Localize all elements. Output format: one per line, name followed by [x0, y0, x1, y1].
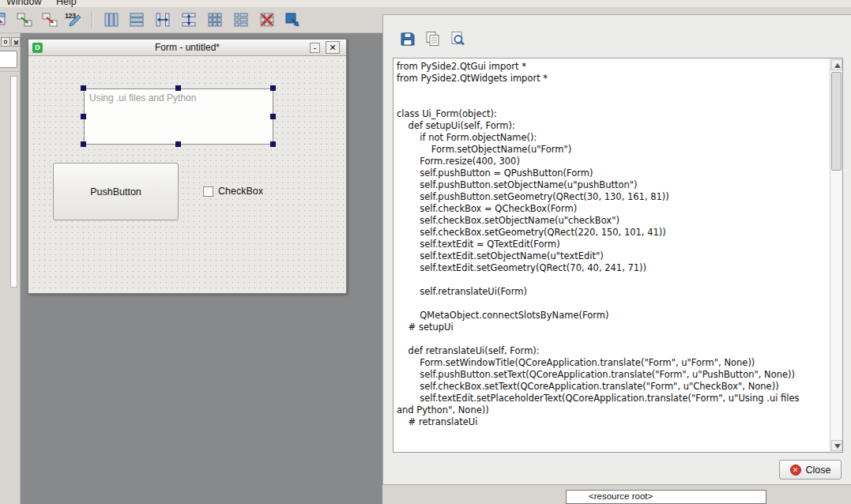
tab-order-pencil-icon: [65, 11, 82, 28]
lay-out-grid-button[interactable]: [205, 9, 225, 30]
signals-slots-icon: [16, 11, 33, 28]
edit-widgets-icon: [0, 10, 9, 29]
textedit-widget[interactable]: Using .ui files and Python: [84, 88, 273, 145]
lay-out-splitter-horizontal-button[interactable]: [153, 9, 173, 30]
menu-window[interactable]: Window: [6, 0, 41, 7]
form-minimize-button[interactable]: -: [310, 43, 320, 53]
splitter-vertical-icon: [180, 11, 198, 28]
resource-root-item[interactable]: <resource root>: [589, 491, 653, 501]
close-button-label: Close: [806, 465, 831, 476]
code-vertical-scrollbar[interactable]: [830, 58, 842, 452]
selection-handle[interactable]: [175, 85, 181, 91]
code-preview-dialog: from PySide2.QtGui import * from PySide2…: [382, 14, 851, 485]
selection-handle[interactable]: [270, 114, 276, 119]
checkbox-widget[interactable]: CheckBox: [203, 186, 263, 197]
lay-out-form-button[interactable]: [231, 9, 251, 30]
code-view[interactable]: from PySide2.QtGui import * from PySide2…: [393, 58, 843, 453]
scroll-up-arrow-icon[interactable]: [831, 59, 842, 70]
widget-box-filter-input[interactable]: [0, 51, 17, 68]
selection-handle[interactable]: [175, 141, 181, 147]
find-button[interactable]: [447, 28, 468, 49]
code-text: from PySide2.QtGui import * from PySide2…: [397, 61, 828, 428]
adjust-size-icon: [284, 11, 301, 28]
edit-buddies-button[interactable]: [40, 9, 60, 30]
dock-float-button[interactable]: [1, 37, 10, 47]
form-window-icon: D: [32, 43, 43, 53]
form-titlebar[interactable]: D Form - untitled* - ✕: [28, 39, 346, 56]
edit-tab-order-button[interactable]: 123: [63, 9, 84, 30]
checkbox-indicator[interactable]: [203, 186, 213, 197]
pushbutton-widget[interactable]: PushButton: [53, 163, 179, 220]
selection-handle[interactable]: [81, 85, 86, 91]
layout-grid-icon: [206, 11, 224, 28]
close-button-icon: ✕: [790, 465, 801, 476]
break-layout-icon: [258, 11, 276, 28]
widget-box-scrollbar[interactable]: [10, 76, 17, 288]
selection-handle[interactable]: [81, 141, 86, 147]
layout-horizontal-icon: [103, 11, 120, 28]
selection-handle[interactable]: [81, 114, 86, 119]
qt-designer-window: Window Help: [0, 0, 851, 504]
edit-signals-slots-button[interactable]: [14, 9, 35, 30]
float-icon: [4, 40, 7, 43]
scrollbar-thumb[interactable]: [831, 72, 842, 171]
widget-box-dock: [0, 33, 21, 504]
adjust-size-button[interactable]: [282, 9, 303, 30]
form-editor-window: D Form - untitled* - ✕ Using .ui files a…: [28, 39, 347, 294]
copy-button[interactable]: [422, 28, 442, 49]
lay-out-splitter-vertical-button[interactable]: [179, 9, 199, 30]
dock-close-button[interactable]: [11, 37, 21, 47]
checkbox-label: CheckBox: [218, 186, 263, 197]
find-icon: [449, 30, 466, 47]
resource-browser[interactable]: <resource root>: [566, 490, 766, 504]
selection-handle[interactable]: [270, 141, 276, 147]
selection-handle[interactable]: [270, 85, 276, 91]
layout-vertical-icon: [128, 11, 145, 28]
form-window-title: Form - untitled*: [28, 39, 346, 55]
toolbar-separator: [92, 10, 93, 29]
break-layout-button[interactable]: [257, 9, 277, 30]
save-button[interactable]: [397, 28, 418, 49]
form-close-button[interactable]: ✕: [326, 41, 340, 54]
lay-out-vertically-button[interactable]: [126, 9, 147, 30]
mdi-area: D Form - untitled* - ✕ Using .ui files a…: [21, 33, 382, 504]
dock-divider: [0, 71, 21, 72]
menu-help[interactable]: Help: [56, 0, 77, 7]
menubar: Window Help: [0, 0, 851, 7]
scroll-down-arrow-icon[interactable]: [831, 440, 842, 451]
copy-icon: [424, 30, 441, 47]
edit-widgets-button[interactable]: [0, 9, 9, 30]
save-icon: [399, 30, 416, 47]
splitter-horizontal-icon: [154, 11, 171, 28]
edit-buddies-icon: [41, 11, 58, 28]
lay-out-horizontally-button[interactable]: [101, 9, 122, 30]
close-button[interactable]: ✕ Close: [779, 460, 842, 480]
layout-form-icon: [232, 11, 250, 28]
textedit-placeholder: Using .ui files and Python: [85, 89, 273, 107]
form-canvas[interactable]: Using .ui files and Python PushButton Ch…: [28, 56, 346, 293]
